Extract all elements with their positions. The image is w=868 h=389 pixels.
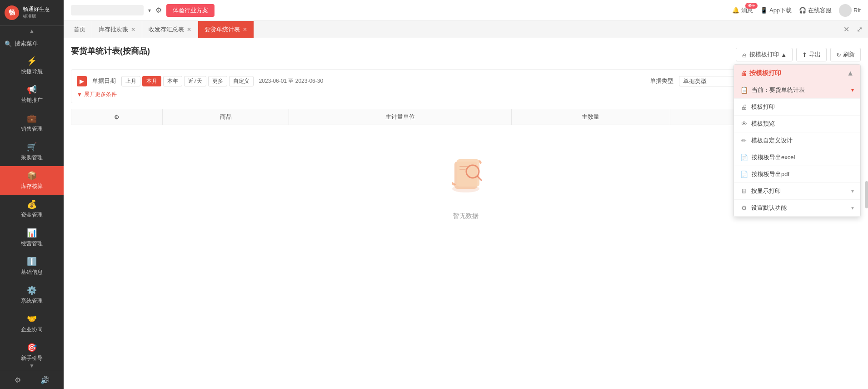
xitong-icon: ⚙️ xyxy=(27,285,37,295)
logo-text: 畅通好生意 标准版 xyxy=(23,6,50,20)
printer-icon: 🖨 xyxy=(742,51,748,58)
search-icon: 🔍 xyxy=(5,40,12,47)
topbar-dropdown-icon[interactable]: ▾ xyxy=(148,7,151,14)
maximize-btn[interactable]: ⤢ xyxy=(855,25,864,34)
notifications-item[interactable]: 🔔 消息 99+ xyxy=(732,6,753,15)
sidebar-item-xinshou[interactable]: 🎯新手引导 xyxy=(0,338,64,361)
dropdown-item-template-custom[interactable]: ✏ 模板自定义设计 xyxy=(734,132,860,149)
dropdown-item-template-pdf[interactable]: 📄 按模板导出pdf xyxy=(734,166,860,183)
jingying-icon: 📊 xyxy=(27,228,37,238)
sidebar-logo: 畅 畅通好生意 标准版 xyxy=(0,0,64,26)
settings-footer-icon[interactable]: ⚙ xyxy=(15,376,21,384)
sidebar-item-label: 资金管理 xyxy=(21,211,43,219)
print-dropdown: 🖨 按模板打印 ▲ 📋 当前：要货单统计表 ▾ 🖨 模 xyxy=(733,64,861,217)
sidebar-item-kuaijie[interactable]: ⚡快捷导航 xyxy=(0,51,64,80)
empty-icon xyxy=(443,152,489,207)
sidebar-item-jingying[interactable]: 📊经营管理 xyxy=(0,223,64,252)
user-avatar-item[interactable]: Rit xyxy=(839,4,861,17)
search-label: 搜索菜单 xyxy=(15,40,38,48)
tab-yaohuo[interactable]: 要货单统计表✕ xyxy=(198,21,254,38)
dropdown-items: 🖨 模板打印 👁 模板预览 ✏ 模板自定义设计 📄 按模板导出excel 📄 按… xyxy=(734,99,860,217)
sidebar-item-label: 销售管理 xyxy=(21,125,43,133)
expand-icon: ▼ xyxy=(77,91,82,98)
date-btn-1[interactable]: 本月 xyxy=(142,76,161,86)
date-btn-2[interactable]: 本年 xyxy=(163,76,182,86)
sidebar-item-xitong[interactable]: ⚙️系统管理 xyxy=(0,281,64,309)
dropdown-item-sub-template-pdf: 按模板导出pdf xyxy=(752,170,854,178)
topbar: ▾ ⚙ 体验行业方案 🔔 消息 99+ 📱 App下载 🎧 在线客服 Rit xyxy=(64,0,868,21)
app-badge: 标准版 xyxy=(23,13,50,20)
dropdown-close-btn[interactable]: ▲ xyxy=(847,69,854,77)
bell-icon: 🔔 xyxy=(732,7,739,14)
caigou-icon: 🛒 xyxy=(27,142,37,152)
sidebar-item-jichu[interactable]: ℹ️基础信息 xyxy=(0,252,64,281)
tab-home[interactable]: 首页 xyxy=(67,21,92,38)
customer-service-item[interactable]: 🎧 在线客服 xyxy=(799,6,832,15)
username-label: Rit xyxy=(853,7,861,14)
order-type-select[interactable]: 单据类型 xyxy=(679,76,743,86)
page-content: 要货单统计表(按商品) 🖨 按模板打印 ▲ ⬆ 导出 ↻ 刷新 xyxy=(64,38,868,389)
current-chevron: ▾ xyxy=(851,87,854,93)
dropdown-item-template-print[interactable]: 🖨 模板打印 xyxy=(734,99,860,116)
date-btn-0[interactable]: 上月 xyxy=(121,76,140,86)
col-header-product: 商品 xyxy=(163,109,289,125)
sidebar-item-xiaoshou[interactable]: 💼销售管理 xyxy=(0,109,64,137)
dropdown-title: 🖨 按模板打印 xyxy=(740,69,781,77)
print-btn[interactable]: 🖨 按模板打印 ▲ xyxy=(736,48,793,61)
refresh-btn-label: 刷新 xyxy=(843,51,855,59)
tab-close-kucun-pi[interactable]: ✕ xyxy=(131,26,135,33)
dropdown-current-item[interactable]: 📋 当前：要货单统计表 ▾ xyxy=(734,82,860,99)
app-download-item[interactable]: 📱 App下载 xyxy=(760,6,792,15)
tab-kucun-pi[interactable]: 库存批次账✕ xyxy=(92,21,142,38)
svg-rect-5 xyxy=(459,166,469,167)
dropdown-item-template-preview[interactable]: 👁 模板预览 xyxy=(734,116,860,132)
date-buttons: 上月本月本年近7天更多自定义 xyxy=(121,76,254,86)
refresh-icon: ↻ xyxy=(836,51,841,58)
chevron-up-icon: ▲ xyxy=(781,51,787,58)
sidebar-item-yingxiao[interactable]: 📢营销推广 xyxy=(0,80,64,109)
dropdown-item-template-excel[interactable]: 📄 按模板导出excel xyxy=(734,149,860,166)
volume-footer-icon[interactable]: 🔊 xyxy=(40,376,50,384)
headset-icon: 🎧 xyxy=(799,7,806,14)
close-window-btn[interactable]: ✕ xyxy=(842,25,851,34)
scroll-indicator[interactable] xyxy=(865,181,868,208)
export-btn[interactable]: ⬆ 导出 xyxy=(796,48,827,61)
date-btn-5[interactable]: 自定义 xyxy=(229,76,254,86)
xinshou-icon: 🎯 xyxy=(27,343,37,353)
dropdown-item-label-template-print: 模板打印 xyxy=(751,103,775,111)
col-header-settings[interactable]: ⚙ xyxy=(71,109,163,125)
sidebar-footer: ⚙ 🔊 xyxy=(0,371,64,389)
app-name: 畅通好生意 xyxy=(23,6,50,13)
date-btn-4[interactable]: 更多 xyxy=(208,76,227,86)
expand-label: 展开更多条件 xyxy=(84,91,117,98)
filter-toggle-btn[interactable]: ▶ xyxy=(77,76,87,86)
industry-btn[interactable]: 体验行业方案 xyxy=(166,4,215,17)
sidebar-item-label: 企业协同 xyxy=(21,326,43,333)
template-excel-icon: 📄 xyxy=(740,154,748,161)
dropdown-item-display-print[interactable]: 🖥 按显示打印 ▾ xyxy=(734,183,860,200)
sidebar-scroll-up[interactable]: ▲ xyxy=(0,26,64,36)
action-bar-wrapper: 🖨 按模板打印 ▲ ⬆ 导出 ↻ 刷新 xyxy=(736,48,861,61)
date-btn-3[interactable]: 近7天 xyxy=(184,76,206,86)
dropdown-item-chevron-default-func: ▾ xyxy=(851,205,854,211)
sidebar-item-qiye[interactable]: 🤝企业协同 xyxy=(0,309,64,338)
sidebar-item-zijin[interactable]: 💰资金管理 xyxy=(0,195,64,223)
dropdown-item-default-func[interactable]: ⚙ 设置默认功能 ▾ xyxy=(734,200,860,217)
logo-icon: 畅 xyxy=(5,5,19,20)
dropdown-item-chevron-display-print: ▾ xyxy=(851,188,854,194)
template-preview-icon: 👁 xyxy=(740,120,748,127)
page-title: 要货单统计表(按商品) xyxy=(71,45,150,56)
tab-close-shoufа[interactable]: ✕ xyxy=(187,26,191,33)
sidebar-scroll-down[interactable]: ▼ xyxy=(0,361,64,371)
sidebar-item-caigou[interactable]: 🛒采购管理 xyxy=(0,137,64,166)
tab-close-yaohuo[interactable]: ✕ xyxy=(243,26,247,33)
topbar-settings-icon[interactable]: ⚙ xyxy=(155,6,162,15)
sidebar-item-kucun[interactable]: 📦库存核算 xyxy=(0,166,64,195)
topbar-search-input[interactable] xyxy=(71,5,144,15)
yingxiao-icon: 📢 xyxy=(27,85,37,95)
sidebar-search[interactable]: 🔍 搜索菜单 xyxy=(0,36,64,51)
export-btn-label: 导出 xyxy=(809,51,821,59)
refresh-btn[interactable]: ↻ 刷新 xyxy=(830,48,861,61)
notifications-badge: 99+ xyxy=(745,3,758,9)
tab-shoufа[interactable]: 收发存汇总表✕ xyxy=(142,21,198,38)
